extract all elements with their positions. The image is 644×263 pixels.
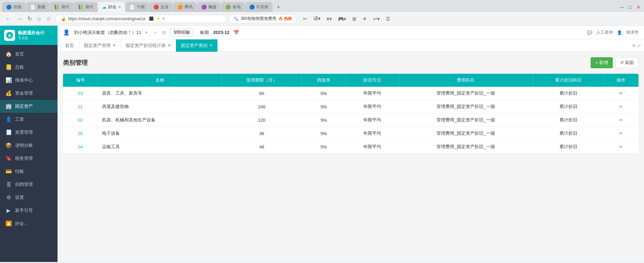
cell-name-0: 器具、工具、家具等 (98, 87, 222, 100)
browser-tab-4[interactable]: 📗 易代 (74, 2, 98, 12)
cell-months-0: 60 (222, 87, 302, 100)
edit-button-3[interactable]: ✏ (619, 131, 623, 136)
cell-action-2: ✏ (604, 113, 639, 127)
sidebar-label-settings: 设置 (15, 194, 24, 201)
consult-icon: 💬 (587, 30, 592, 35)
new-tab-button[interactable]: ＋ (274, 3, 282, 11)
search-icon: 🔍 (233, 16, 239, 21)
win-maximize[interactable]: □ (628, 4, 633, 11)
brightness-button[interactable]: ☀ (361, 15, 368, 22)
page-tab-home-label: 首页 (65, 43, 74, 49)
bookmark-button[interactable]: ☆ (45, 14, 52, 23)
sidebar-item-more[interactable]: 🔼 好会... (0, 217, 58, 230)
sidebar-item-settings[interactable]: ⚙ 设置 (0, 191, 58, 204)
grid-button[interactable]: ⊞ (351, 15, 358, 22)
sidebar-item-guide[interactable]: ▶ 新手引导 (0, 204, 58, 217)
app-wrapper: 会 畅捷通好会计 专业版 🏠 首页 📒 总账 📊 报表中心 💰 资金管理 (0, 26, 644, 262)
sidebar-item-stockac[interactable]: 📦 进销台账 (0, 139, 58, 152)
home-button[interactable]: ⌂ (36, 14, 42, 23)
browser-tab-1[interactable]: 🔵 在线 (2, 2, 26, 12)
sidebar-item-tax[interactable]: 🔖 税务管理 (0, 152, 58, 165)
logo-text-block: 畅捷通好会计 专业版 (18, 30, 45, 40)
edit-button-4[interactable]: ✏ (619, 144, 623, 150)
scissors-button[interactable]: ✂ (302, 15, 308, 22)
sidebar-item-fund[interactable]: 💰 资金管理 (0, 87, 58, 100)
switch-version-button[interactable]: 切到旧版 (171, 28, 193, 36)
cell-code-1: 01 (63, 100, 98, 113)
main-content: 类别管理 + 新增 ↺ 刷新 编号 名称 使用期限（月） 残值率 折旧方法 费用… (58, 52, 644, 262)
browser-tab-2[interactable]: 📄 新建 (26, 2, 50, 12)
sidebar-item-fixed[interactable]: 🏢 固定资产 (0, 100, 58, 113)
user-name: 刘小艳演示账套（勿删勿动！）11 (74, 29, 141, 36)
address-bar[interactable]: 🔒 https://cloud.chanjet.com/accounting/u… (55, 15, 226, 23)
sidebar-item-invoice[interactable]: 🧾 发票管理 (0, 126, 58, 139)
col-header-code: 编号 (63, 74, 98, 87)
page-tab-fixed-dep-close[interactable]: ✕ (168, 43, 171, 48)
topbar-expand-button[interactable]: ＋ (153, 29, 158, 36)
col-header-expense: 费用科目 (399, 74, 533, 87)
search-bar[interactable]: 🔍 360智能抠图免费用 🔥 热搜 (229, 14, 296, 23)
cell-code-4: 04 (63, 140, 98, 154)
browser-tab-6[interactable]: 📄 个税 (125, 2, 149, 12)
browser-tab-9[interactable]: 🟣 畅提 (197, 2, 221, 12)
tab-bar-expand[interactable]: ⤢ (637, 43, 641, 48)
page-tab-fixed-dep[interactable]: 固定资产折旧统计表 ✕ (121, 39, 176, 52)
user-icon: 👤 (617, 30, 622, 35)
tab5-close[interactable]: ✕ (118, 5, 121, 9)
browser-tab-11[interactable]: 🔵 S 目前 (245, 2, 273, 12)
undo-button[interactable]: ↩▾ (372, 15, 381, 22)
calendar-icon[interactable]: 📅 (233, 30, 239, 35)
browser-tab-5[interactable]: ☁ 好会 ✕ (98, 2, 125, 12)
page-tab-fixed-mgmt-label: 固定资产管理 (84, 43, 111, 49)
page-tab-fixed-mgmt-close[interactable]: ✕ (113, 43, 116, 48)
page-tab-fixed-cat[interactable]: 固定资产类别 ✕ (176, 39, 218, 52)
page-tab-home[interactable]: 首页 (60, 39, 79, 52)
cell-accum-1: 累计折旧 (533, 100, 604, 113)
win-minimize[interactable]: ─ (619, 4, 626, 11)
edit-button-2[interactable]: ✏ (619, 117, 623, 123)
cell-action-1: ✏ (604, 100, 639, 113)
page-tab-fixed-cat-close[interactable]: ✕ (210, 43, 213, 48)
sidebar-item-home[interactable]: 🏠 首页 (0, 48, 58, 61)
menu-button[interactable]: ☰ (384, 15, 392, 22)
game-button[interactable]: 🎮▾ (337, 15, 348, 22)
sidebar-item-ledger[interactable]: 📒 总账 (0, 61, 58, 74)
browser-tab-10[interactable]: 🟢 各地 (221, 2, 245, 12)
category-table: 编号 名称 使用期限（月） 残值率 折旧方法 费用科目 累计折旧科目 操作 03… (63, 74, 639, 154)
topbar-dropdown-icon[interactable]: ▾ (145, 30, 148, 35)
page-title: 类别管理 (63, 59, 88, 67)
sidebar-nav: 🏠 首页 📒 总账 📊 报表中心 💰 资金管理 🏢 固定资产 👤 工资 (0, 45, 58, 262)
sidebar-item-archive[interactable]: 🗄 归档管理 (0, 178, 58, 191)
sidebar-item-report[interactable]: 📊 报表中心 (0, 74, 58, 87)
forward-button[interactable]: → (15, 14, 23, 23)
reload-button[interactable]: ↻ (26, 14, 33, 23)
translate-button[interactable]: 译▾ (312, 15, 322, 23)
tab-bar-close-all[interactable]: ✕ (632, 43, 636, 48)
cell-method-4: 年限平均 (346, 140, 399, 154)
browser-tab-3[interactable]: 📗 易代 (50, 2, 74, 12)
win-close[interactable]: ✕ (635, 4, 642, 11)
sidebar-item-settle[interactable]: 💳 结账 (0, 165, 58, 178)
back-button[interactable]: ← (4, 14, 12, 23)
page-tab-fixed-mgmt[interactable]: 固定资产管理 ✕ (79, 39, 121, 52)
sidebar-label-payroll: 工资 (15, 116, 24, 122)
browser-tab-8[interactable]: 🟠 腾讯 (173, 2, 197, 12)
hot-badge: 🔥 热搜 (278, 16, 292, 21)
tab8-label: 腾讯 (185, 4, 193, 10)
edit-button-0[interactable]: ✏ (619, 91, 623, 96)
sidebar-label-home: 首页 (15, 51, 24, 57)
sidebar-item-payroll[interactable]: 👤 工资 (0, 113, 58, 126)
cell-action-4: ✏ (604, 140, 639, 154)
sidebar-logo: 会 畅捷通好会计 专业版 (0, 26, 58, 45)
tab4-label: 易代 (85, 4, 93, 10)
username-label: 徐泽华 (626, 29, 639, 35)
edit-button-1[interactable]: ✏ (619, 104, 623, 109)
add-button[interactable]: + 新增 (591, 57, 613, 68)
browser-tab-7[interactable]: 🔴 企业 (149, 2, 173, 12)
refresh-button[interactable]: ↺ 刷新 (616, 57, 639, 68)
tab8-favicon: 🟠 (177, 4, 183, 10)
address-expand-icon: ⬛ (149, 16, 154, 21)
currency-button[interactable]: ¥▾ (325, 15, 333, 22)
consult-label[interactable]: 人工咨询 (596, 29, 613, 35)
topbar-settings-button[interactable]: ⚙ (162, 30, 166, 35)
